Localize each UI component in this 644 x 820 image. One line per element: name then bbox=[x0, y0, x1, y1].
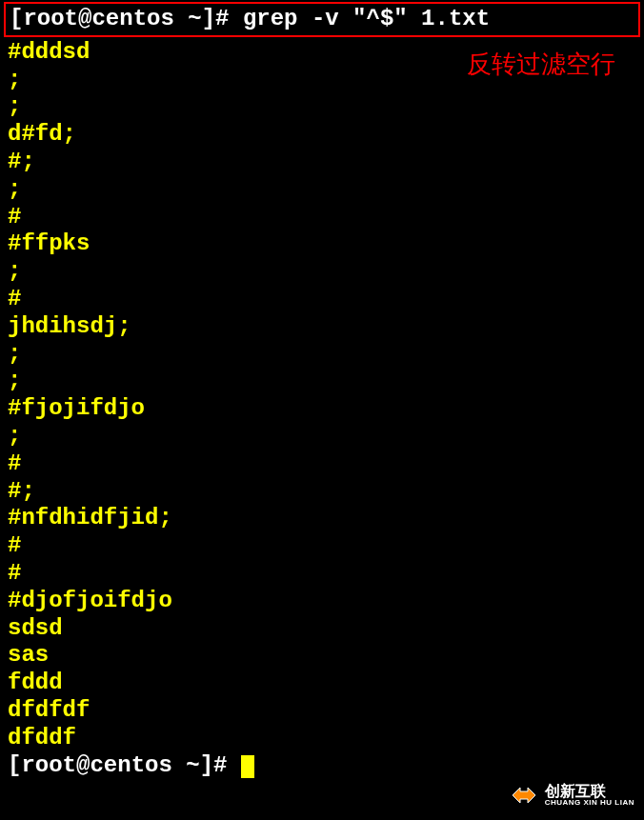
prompt-symbol: # bbox=[215, 6, 243, 31]
output-line: # bbox=[4, 450, 640, 478]
output-line: #; bbox=[4, 478, 640, 506]
prompt-user-host: root@centos bbox=[23, 6, 173, 31]
prompt-bracket-open: [ bbox=[10, 6, 23, 31]
watermark-en-text: CHUANG XIN HU LIAN bbox=[545, 799, 634, 807]
terminal-window[interactable]: [root@centos ~]# grep -v "^$" 1.txt #ddd… bbox=[0, 0, 644, 781]
prompt-bracket-close: ] bbox=[202, 6, 215, 31]
output-line: sdsd bbox=[4, 615, 640, 643]
output-line: ; bbox=[4, 423, 640, 450]
prompt-bracket-open: [ bbox=[8, 752, 21, 778]
output-line: # bbox=[4, 532, 640, 560]
output-line: #djofjoifdjo bbox=[4, 588, 640, 615]
prompt-path: ~ bbox=[172, 752, 200, 778]
output-line: ; bbox=[4, 93, 640, 121]
command-text: grep -v "^$" 1.txt bbox=[243, 6, 490, 31]
cursor-icon bbox=[241, 755, 254, 778]
output-line: dfddf bbox=[4, 725, 640, 752]
prompt-bracket-close: ] bbox=[200, 752, 213, 778]
output-line: # bbox=[4, 204, 640, 231]
watermark-cn-text: 创新互联 bbox=[545, 784, 634, 799]
output-line: jhdihsdj; bbox=[4, 313, 640, 341]
output-line: #nfdhidfjid; bbox=[4, 505, 640, 532]
output-line: # bbox=[4, 560, 640, 588]
prompt-path: ~ bbox=[174, 6, 202, 31]
watermark-logo-icon bbox=[509, 780, 539, 810]
output-line: fddd bbox=[4, 670, 640, 697]
annotation-label: 反转过滤空行 bbox=[467, 50, 615, 79]
output-line: #fjojifdjo bbox=[4, 395, 640, 423]
watermark: 创新互联 CHUANG XIN HU LIAN bbox=[509, 780, 634, 810]
output-line: ; bbox=[4, 341, 640, 369]
output-line: ; bbox=[4, 368, 640, 395]
prompt-user-host: root@centos bbox=[21, 752, 171, 778]
output-line: dfdfdf bbox=[4, 697, 640, 725]
output-line: ; bbox=[4, 176, 640, 204]
output-line: # bbox=[4, 286, 640, 313]
command-line-highlighted: [root@centos ~]# grep -v "^$" 1.txt bbox=[4, 2, 640, 37]
output-line: ; bbox=[4, 258, 640, 286]
output-line: #ffpks bbox=[4, 230, 640, 258]
prompt-symbol: # bbox=[213, 752, 241, 778]
output-line: d#fd; bbox=[4, 121, 640, 149]
output-line: #; bbox=[4, 149, 640, 176]
output-line: sas bbox=[4, 642, 640, 670]
watermark-text: 创新互联 CHUANG XIN HU LIAN bbox=[545, 784, 634, 807]
final-prompt-line[interactable]: [root@centos ~]# bbox=[4, 752, 640, 780]
output-block: #dddsd ; ; d#fd; #; ; # #ffpks ; # jhdih… bbox=[4, 39, 640, 752]
